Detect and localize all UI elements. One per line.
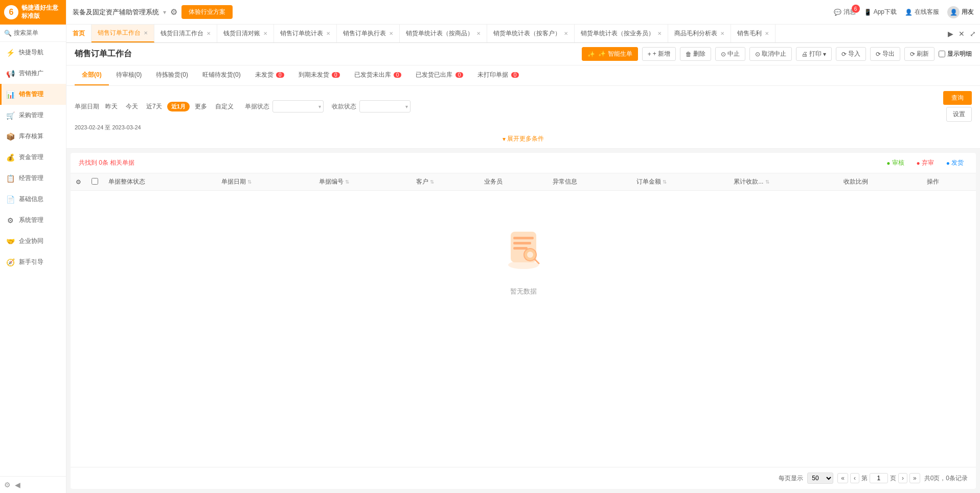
tab-close-sales-gross[interactable]: ✕: [765, 31, 769, 36]
print-button[interactable]: 🖨 打印 ▾: [796, 47, 832, 61]
tab-gross-analysis[interactable]: 商品毛利分析表 ✕: [668, 25, 731, 42]
filter-tab-pending-pick[interactable]: 待拣验货(0): [149, 65, 195, 85]
sidebar-collapse-btn[interactable]: ◀: [15, 481, 20, 489]
topbar-system-name: 装备及固定资产辅助管理系统: [73, 8, 159, 17]
filter-tab-not-shipped[interactable]: 未发货 0: [248, 65, 291, 85]
date-more-btn[interactable]: 更多: [192, 101, 210, 112]
sidebar-item-guide[interactable]: 🧭 新手引导: [0, 252, 66, 273]
tab-close-sales-stat-staff[interactable]: ✕: [657, 31, 662, 36]
tab-sales-stat-staff[interactable]: 销货单统计表（按业务员） ✕: [575, 25, 668, 42]
tab-cash-reconcile[interactable]: 钱货日清对账 ✕: [217, 25, 274, 42]
message-btn[interactable]: 💬 消息 6: [834, 8, 856, 16]
ship-action-btn[interactable]: ● 发货: [942, 157, 968, 169]
sidebar-item-system[interactable]: ⚙ 系统管理: [0, 210, 66, 231]
tab-sales-gross[interactable]: 销售毛利 ✕: [731, 25, 776, 42]
topbar-chevron-icon[interactable]: ▾: [163, 9, 166, 16]
prev-page-btn[interactable]: ‹: [850, 473, 859, 483]
add-icon: +: [648, 51, 651, 58]
config-icon[interactable]: ⚙: [76, 178, 81, 186]
import-button[interactable]: ⟳ 导入: [836, 47, 866, 61]
th-date[interactable]: 单据日期 ⇅: [216, 173, 314, 191]
ai-generate-button[interactable]: ✨ ✨ 智能生单: [582, 47, 637, 61]
status-select[interactable]: [272, 100, 324, 113]
topbar-gear-btn[interactable]: ⚙: [170, 7, 177, 17]
date-custom-btn[interactable]: 自定义: [212, 101, 237, 112]
sales-icon: 📊: [6, 91, 15, 99]
query-button[interactable]: 查询: [943, 91, 972, 105]
approve-action-btn[interactable]: ● 审核: [882, 157, 908, 169]
delete-button[interactable]: 🗑 删除: [680, 47, 711, 61]
th-amount[interactable]: 订单金额 ⇅: [631, 173, 729, 191]
filter-tab-pending[interactable]: 待审核(0): [109, 65, 149, 85]
tab-home[interactable]: 首页: [66, 25, 92, 42]
tab-sales-stat-product[interactable]: 销货单统计表（按商品） ✕: [400, 25, 487, 42]
date-month-btn[interactable]: 近1月: [167, 102, 190, 111]
tab-maximize-btn[interactable]: ⤢: [968, 29, 978, 39]
tab-close-sales-stat-customer[interactable]: ✕: [564, 31, 568, 36]
sidebar-item-marketing[interactable]: 📢 营销推广: [0, 63, 66, 84]
filter-tab-all[interactable]: 全部(0): [75, 65, 109, 85]
tab-sales-stat[interactable]: 销售订单统计表 ✕: [274, 25, 337, 42]
tab-close-sales-workbench[interactable]: ✕: [144, 30, 148, 36]
status-label: 单据状态: [245, 102, 269, 111]
th-collected[interactable]: 累计收款... ⇅: [728, 173, 838, 191]
first-page-btn[interactable]: «: [837, 473, 848, 483]
tab-close-cash-reconcile[interactable]: ✕: [263, 31, 267, 36]
sidebar-item-basic[interactable]: 📄 基础信息: [0, 189, 66, 210]
sidebar-item-operations[interactable]: 📋 经营管理: [0, 168, 66, 189]
date-yesterday-btn[interactable]: 昨天: [102, 101, 121, 112]
date-7days-btn[interactable]: 近7天: [143, 101, 165, 112]
cancel-approve-action-btn[interactable]: ● 弃审: [913, 157, 938, 169]
online-service-btn[interactable]: 👤 在线客服: [905, 8, 939, 16]
th-number[interactable]: 单据编号 ⇅: [314, 173, 412, 191]
expand-conditions-btn[interactable]: ▾ 展开更多条件: [503, 135, 544, 143]
show-detail-input[interactable]: [939, 51, 945, 57]
filter-tab-expired-not-shipped[interactable]: 到期未发货 0: [291, 65, 347, 85]
tab-scroll-right-btn[interactable]: ▶: [946, 29, 955, 39]
add-button[interactable]: + + 新增: [642, 47, 676, 61]
tab-close-sales-exec[interactable]: ✕: [389, 31, 393, 36]
export-button[interactable]: ⟳ 导出: [870, 47, 900, 61]
filter-tab-shipped-out[interactable]: 已发货已出库 0: [408, 65, 470, 85]
sidebar-item-inventory[interactable]: 📦 库存核算: [0, 126, 66, 147]
page-size-select[interactable]: 10 20 50 100: [807, 473, 833, 484]
tab-sales-exec[interactable]: 销售订单执行表 ✕: [337, 25, 400, 42]
tabbar: 首页 销售订单工作台 ✕ 钱货日清工作台 ✕ 钱货日清对账 ✕ 销售订单统计表 …: [66, 25, 980, 43]
show-detail-checkbox[interactable]: 显示明细: [939, 50, 972, 58]
tab-close-sales-stat[interactable]: ✕: [326, 31, 330, 36]
cancel-stop-button[interactable]: ⊙ 取消中止: [749, 47, 792, 61]
bottom-settings-btn[interactable]: ⚙: [4, 481, 11, 489]
filter-tab-wangpu[interactable]: 旺铺待发货(0): [195, 65, 248, 85]
sidebar-item-purchase[interactable]: 🛒 采购管理: [0, 105, 66, 126]
stop-button[interactable]: ⊙ 中止: [715, 47, 745, 61]
tab-cash-daily[interactable]: 钱货日清工作台 ✕: [154, 25, 217, 42]
tab-close-sales-stat-product[interactable]: ✕: [476, 31, 481, 36]
pagination: 每页显示 10 20 50 100 « ‹ 第 1 页 › » 共0页，0条记录: [71, 467, 976, 489]
th-staff[interactable]: 业务员: [479, 173, 548, 191]
last-page-btn[interactable]: »: [909, 473, 920, 483]
sidebar-item-finance[interactable]: 💰 资金管理: [0, 147, 66, 168]
filter-tab-shipped-not-out[interactable]: 已发货未出库 0: [347, 65, 409, 85]
date-today-btn[interactable]: 今天: [123, 101, 141, 112]
solution-button[interactable]: 体验行业方案: [181, 5, 233, 19]
tab-close-all-btn[interactable]: ✕: [956, 29, 967, 39]
setting-button[interactable]: 设置: [946, 107, 972, 122]
page-actions: ✨ ✨ 智能生单 + + 新增 🗑 删除 ⊙ 中止 ⊙ 取消中止: [582, 47, 972, 61]
th-customer[interactable]: 客户 ⇅: [411, 173, 479, 191]
tab-close-cash-daily[interactable]: ✕: [207, 31, 211, 36]
tab-sales-workbench[interactable]: 销售订单工作台 ✕: [92, 25, 154, 42]
tab-sales-stat-customer[interactable]: 销货单统计表（按客户） ✕: [487, 25, 575, 42]
filter-tab-not-printed[interactable]: 未打印单据 0: [470, 65, 526, 85]
sidebar-search[interactable]: 🔍 搜索菜单: [0, 25, 66, 42]
next-page-btn[interactable]: ›: [898, 473, 907, 483]
sidebar-item-shortcut[interactable]: ⚡ 快捷导航: [0, 42, 66, 63]
user-menu-btn[interactable]: 👤 用友: [947, 6, 974, 18]
select-all-checkbox[interactable]: [92, 178, 98, 185]
tab-close-gross-analysis[interactable]: ✕: [720, 31, 724, 36]
sidebar-item-enterprise[interactable]: 🤝 企业协同: [0, 231, 66, 252]
refresh-button[interactable]: ⟳ 刷新: [904, 47, 935, 61]
app-download-btn[interactable]: 📱 App下载: [864, 8, 897, 16]
sidebar-item-sales[interactable]: 📊 销售管理: [0, 84, 66, 105]
payment-select[interactable]: [359, 100, 411, 113]
page-number-input[interactable]: 1: [870, 473, 888, 483]
